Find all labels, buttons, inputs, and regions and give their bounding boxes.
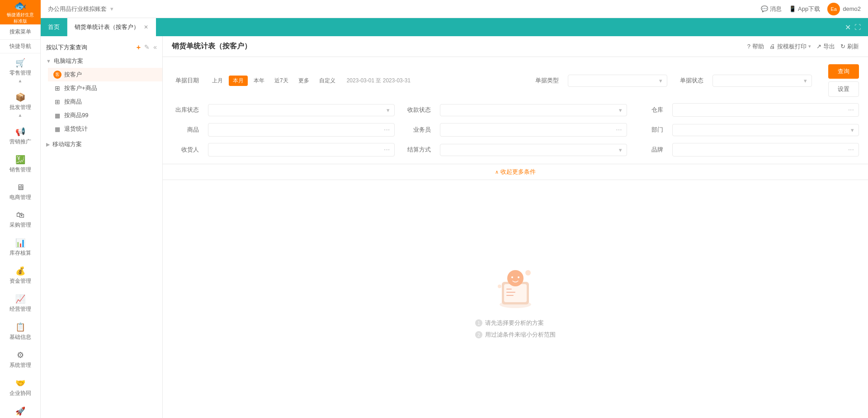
date-tab-custom[interactable]: 自定义 (315, 76, 340, 86)
scheme-return-stats[interactable]: ▦ 退货统计 (48, 122, 162, 136)
topbar-left: 办公用品行业模拟账套 ▾ (48, 5, 113, 13)
return-stats-icon: ▦ (53, 125, 61, 133)
left-panel-title: 按以下方案查询 (46, 43, 87, 52)
scheme-by-customer-goods[interactable]: ⊞ 按客户+商品 (48, 81, 162, 95)
tip-text-2: 用过滤条件来缩小分析范围 (485, 331, 556, 339)
tab-home[interactable]: 首页 (41, 18, 67, 36)
filter-row-4: 收货人 ··· 结算方式 ▾ 品牌 ··· (172, 143, 859, 157)
brand-select[interactable]: ··· (672, 143, 859, 157)
sidebar-label-finance: 资金管理 (9, 277, 31, 285)
filter-wrapper: 单据日期 上月 本月 本年 近7天 更多 自定义 2023-03-01 至 20… (163, 57, 868, 180)
page-title: 销货单统计表（按客户） (172, 42, 251, 57)
scheme-by-goods[interactable]: ⊞ 按商品 (48, 95, 162, 109)
bill-type-select[interactable]: ▾ (568, 75, 667, 87)
out-status-chevron: ▾ (387, 107, 390, 114)
ecommerce-icon: 🖥 (16, 183, 24, 192)
sidebar-item-wholesale[interactable]: 📦 批发管理 ▲ (0, 88, 40, 122)
goods-select[interactable]: ··· (208, 123, 395, 137)
sidebar-item-inventory[interactable]: 📊 库存核算 (0, 233, 40, 261)
scheme-by-customer[interactable]: 客 按客户 (48, 68, 162, 81)
add-scheme-btn[interactable]: + (137, 43, 141, 52)
warehouse-label: 仓库 (636, 106, 663, 114)
sidebar-item-purchase[interactable]: 🛍 采购管理 (0, 206, 40, 233)
help-btn[interactable]: ? 帮助 (747, 43, 764, 51)
salesperson-dots: ··· (616, 126, 622, 134)
department-select[interactable]: ▾ (672, 124, 859, 136)
settlement-select[interactable]: ▾ (440, 144, 627, 156)
goods-icon: ⊞ (53, 98, 61, 106)
goods-dots: ··· (384, 126, 390, 134)
goods99-icon: ▦ (53, 111, 61, 119)
close-window-btn[interactable]: ✕ (845, 23, 851, 32)
out-status-select[interactable]: ▾ (208, 104, 395, 116)
collapse-label: 收起更多条件 (500, 168, 536, 176)
tree-section-desktop[interactable]: ▼ 电脑端方案 (41, 54, 162, 68)
date-tab-last-month[interactable]: 上月 (208, 76, 227, 86)
coop-icon: 🤝 (15, 378, 25, 388)
breadcrumb-chevron[interactable]: ▾ (110, 5, 113, 12)
maximize-btn[interactable]: ⛶ (854, 24, 861, 31)
customer-scheme-icon: 客 (53, 71, 61, 79)
tip-num-2: 2 (475, 331, 482, 338)
sidebar-label-ecommerce: 电商管理 (9, 194, 31, 201)
sidebar-search[interactable]: 搜索菜单 (0, 24, 40, 40)
brand-label: 品牌 (636, 146, 663, 154)
sidebar-label-inventory: 库存核算 (9, 249, 31, 257)
date-tab-last-7[interactable]: 近7天 (270, 76, 292, 86)
operations-icon: 📈 (15, 294, 25, 304)
collapse-panel-btn[interactable]: « (153, 43, 157, 52)
sidebar-item-finance[interactable]: 💰 资金管理 (0, 261, 40, 290)
app-download-btn[interactable]: 📱 App下载 (789, 5, 820, 13)
sidebar-item-operations[interactable]: 📈 经营管理 (0, 290, 40, 318)
date-tab-this-year[interactable]: 本年 (250, 76, 269, 86)
topbar: 办公用品行业模拟账套 ▾ 💬 消息 📱 App下载 Ea demo2 (41, 0, 868, 18)
sidebar-item-coop[interactable]: 🤝 企业协同 (0, 374, 40, 402)
svg-point-5 (518, 276, 519, 278)
app-label: App下载 (798, 5, 820, 13)
svg-rect-6 (506, 289, 512, 290)
sidebar-item-sales[interactable]: 💹 销售管理 (0, 150, 40, 178)
print-arrow: ▾ (808, 43, 811, 49)
query-button[interactable]: 查询 (828, 64, 859, 79)
scheme-by-goods-99[interactable]: ▦ 按商品99 (48, 109, 162, 122)
salesperson-select[interactable]: ··· (440, 123, 627, 137)
edit-scheme-btn[interactable]: ✎ (144, 43, 150, 52)
retail-icon: 🛒 (15, 58, 25, 68)
svg-point-10 (498, 285, 501, 288)
message-btn[interactable]: 💬 消息 (761, 5, 782, 13)
bill-status-select[interactable]: ▾ (712, 75, 812, 87)
sidebar: 🐟 畅捷通好生意 标准版 搜索菜单 快捷导航 🛒 零售管理 ▲ 📦 批发管理 ▲… (0, 0, 41, 418)
consignee-select[interactable]: ··· (208, 143, 395, 157)
date-tab-this-month[interactable]: 本月 (229, 76, 248, 86)
print-btn[interactable]: 🖨 按模板打印 ▾ (769, 43, 811, 51)
sidebar-item-retail[interactable]: 🛒 零售管理 ▲ (0, 53, 40, 88)
tree-section-mobile[interactable]: ▶ 移动端方案 (41, 138, 162, 151)
basic-icon: 📋 (15, 322, 25, 332)
wholesale-arrow: ▲ (18, 113, 23, 118)
desktop-section-label: 电脑端方案 (54, 57, 83, 65)
receipt-status-chevron: ▾ (619, 107, 622, 114)
help-icon: ? (747, 43, 750, 50)
sidebar-item-newbie[interactable]: 🚀 新手引导 (0, 402, 40, 418)
sidebar-item-ecommerce[interactable]: 🖥 电商管理 (0, 178, 40, 206)
warehouse-select[interactable]: ··· (672, 103, 859, 117)
sidebar-item-system[interactable]: ⚙ 系统管理 (0, 346, 40, 374)
message-label: 消息 (770, 5, 782, 13)
empty-illustration (488, 259, 542, 314)
refresh-btn[interactable]: ↻ 刷新 (840, 43, 859, 51)
sidebar-quicknav[interactable]: 快捷导航 (0, 40, 40, 53)
tab-close-btn[interactable]: ✕ (144, 24, 148, 30)
svg-rect-8 (506, 295, 514, 296)
tab-sales-stats[interactable]: 销货单统计表（按客户） ✕ (67, 18, 156, 36)
user-area[interactable]: Ea demo2 (827, 3, 861, 15)
sidebar-item-basic[interactable]: 📋 基础信息 (0, 318, 40, 346)
filter-area: 单据日期 上月 本月 本年 近7天 更多 自定义 2023-03-01 至 20… (163, 57, 868, 164)
sidebar-item-marketing[interactable]: 📢 营销推广 (0, 122, 40, 150)
collapse-bar[interactable]: ∧ 收起更多条件 (163, 164, 868, 180)
desktop-arrow: ▼ (46, 58, 51, 64)
receipt-status-select[interactable]: ▾ (440, 104, 627, 116)
receipt-status-label: 收款状态 (404, 106, 431, 114)
date-tab-more[interactable]: 更多 (294, 76, 313, 86)
settings-button[interactable]: 设置 (828, 81, 859, 97)
export-btn[interactable]: ↗ 导出 (816, 43, 835, 51)
